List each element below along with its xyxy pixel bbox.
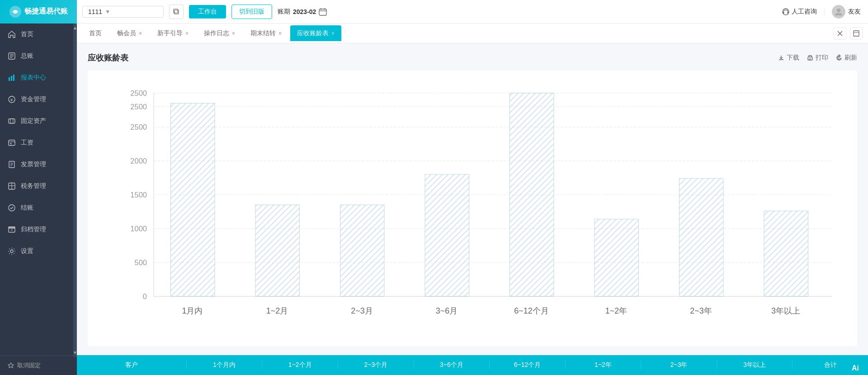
tab-home[interactable]: 首页 <box>82 25 108 41</box>
tax-icon <box>7 182 16 191</box>
svg-point-33 <box>9 205 15 211</box>
svg-text:2500: 2500 <box>130 89 147 97</box>
th-2-3months: 2~3个月 <box>338 361 414 369</box>
page-content: 应收账龄表 下载 <box>77 43 868 355</box>
svg-point-25 <box>10 143 12 145</box>
cancel-fixed-button[interactable]: 取消固定 <box>0 356 77 375</box>
sidebar-item-archive[interactable]: 归档管理 <box>0 219 77 240</box>
calendar-icon[interactable] <box>319 8 327 16</box>
svg-rect-15 <box>9 77 10 81</box>
sidebar-item-home[interactable]: 首页 <box>0 23 77 45</box>
refresh-button[interactable]: 刷新 <box>835 54 857 62</box>
topbar: 畅捷通易代账 1111 ▼ 工作台 切到旧版 账期 2023-02 <box>0 0 868 23</box>
sidebar-item-assets[interactable]: 固定资产 <box>0 110 77 132</box>
tab-expand-button[interactable] <box>850 27 863 40</box>
sidebar-scroll-up[interactable]: ▲ <box>73 25 77 30</box>
tab-close-period-end[interactable]: × <box>278 30 282 37</box>
svg-rect-20 <box>9 119 15 123</box>
svg-text:6~12个月: 6~12个月 <box>514 306 549 315</box>
page-title: 应收账龄表 <box>88 52 128 63</box>
svg-point-10 <box>837 9 840 12</box>
sidebar-label-settings: 设置 <box>21 247 33 255</box>
svg-text:2000: 2000 <box>130 157 147 165</box>
th-2-3years: 2~3年 <box>641 361 717 369</box>
sidebar-item-funds[interactable]: ¥ 资金管理 <box>0 89 77 110</box>
sidebar-item-reports[interactable]: 报表中心 <box>0 67 77 89</box>
consult-label: 人工咨询 <box>792 8 817 16</box>
svg-rect-77 <box>764 211 808 296</box>
svg-rect-17 <box>13 75 14 81</box>
sidebar-item-ledger[interactable]: 总账 <box>0 45 77 67</box>
ledger-icon <box>7 52 16 61</box>
tab-member[interactable]: 畅会员 × <box>110 25 149 41</box>
th-1month: 1个月内 <box>187 361 263 369</box>
th-1-2years: 1~2年 <box>566 361 642 369</box>
sidebar-scroll-down[interactable]: ▼ <box>73 350 77 355</box>
tab-period-end[interactable]: 期末结转 × <box>244 25 288 41</box>
svg-point-37 <box>10 250 13 253</box>
sidebar-item-salary[interactable]: 工资 <box>0 132 77 154</box>
th-3-6months: 3~6个月 <box>414 361 490 369</box>
logo: 畅捷通易代账 <box>0 0 77 23</box>
svg-rect-40 <box>854 31 859 36</box>
sidebar-label-reports: 报表中心 <box>21 74 46 82</box>
tab-close-member[interactable]: × <box>139 30 142 37</box>
salary-icon <box>7 138 16 147</box>
svg-rect-16 <box>11 76 12 81</box>
sidebar-item-invoice[interactable]: 发票管理 <box>0 154 77 175</box>
tab-guide[interactable]: 新手引导 × <box>151 25 195 41</box>
refresh-icon <box>835 54 843 61</box>
copy-button[interactable] <box>169 5 184 19</box>
svg-rect-71 <box>510 93 554 296</box>
svg-rect-63 <box>171 103 215 297</box>
company-name: 1111 <box>88 8 102 15</box>
switch-version-button[interactable]: 切到旧版 <box>231 5 272 19</box>
tabs-bar: 首页 畅会员 × 新手引导 × 操作日志 × 期末结转 × 应收账龄表 × <box>77 23 868 43</box>
th-1-2months: 1~2个月 <box>262 361 338 369</box>
user-area[interactable]: 友友 <box>832 5 861 19</box>
svg-text:2500: 2500 <box>130 123 147 131</box>
svg-text:1~2月: 1~2月 <box>266 306 288 315</box>
tab-oplog[interactable]: 操作日志 × <box>197 25 242 41</box>
sidebar-label-checkout: 结账 <box>21 204 33 212</box>
reports-icon <box>7 73 16 82</box>
sidebar-item-checkout[interactable]: 结账 <box>0 197 77 219</box>
workbench-button[interactable]: 工作台 <box>189 5 226 19</box>
th-3plus-years: 3年以上 <box>717 361 793 369</box>
sidebar-item-tax[interactable]: 税务管理 <box>0 175 77 197</box>
period-value: 2023-02 <box>293 8 316 15</box>
tab-receivable[interactable]: 应收账龄表 × <box>290 25 341 41</box>
svg-text:0: 0 <box>143 292 147 300</box>
svg-rect-75 <box>679 178 724 296</box>
sidebar-label-ledger: 总账 <box>21 52 33 60</box>
tab-close-guide[interactable]: × <box>185 30 189 37</box>
download-button[interactable]: 下载 <box>778 54 799 62</box>
th-6-12months: 6~12个月 <box>490 361 566 369</box>
svg-rect-2 <box>174 9 178 13</box>
tab-close-all-button[interactable] <box>834 27 846 40</box>
sidebar-label-tax: 税务管理 <box>21 182 46 190</box>
user-label: 友友 <box>848 8 861 16</box>
th-customer: 客户 <box>77 361 187 369</box>
headset-icon <box>782 8 790 16</box>
checkout-icon <box>7 203 16 212</box>
tab-close-receivable[interactable]: × <box>331 30 335 37</box>
sidebar-item-settings[interactable]: 设置 <box>0 240 77 262</box>
main-layout: ▲ ▼ 首页 总账 <box>0 23 868 375</box>
divider <box>824 7 825 16</box>
sidebar-label-archive: 归档管理 <box>21 225 46 234</box>
chart-container: 500 1000 1500 2000 2500 2500 2500 0 <box>88 70 857 346</box>
svg-rect-67 <box>340 205 385 297</box>
print-button[interactable]: 打印 <box>807 54 828 62</box>
svg-rect-69 <box>425 174 469 296</box>
print-icon <box>807 54 814 61</box>
pin-icon <box>7 362 14 369</box>
archive-icon <box>7 225 16 234</box>
company-selector[interactable]: 1111 ▼ <box>82 6 164 18</box>
svg-text:1000: 1000 <box>130 225 147 233</box>
ai-label[interactable]: Ai <box>843 361 868 375</box>
tab-close-oplog[interactable]: × <box>232 30 235 37</box>
svg-rect-3 <box>319 9 326 15</box>
consult-button[interactable]: 人工咨询 <box>782 8 817 16</box>
svg-text:1月内: 1月内 <box>182 306 203 315</box>
